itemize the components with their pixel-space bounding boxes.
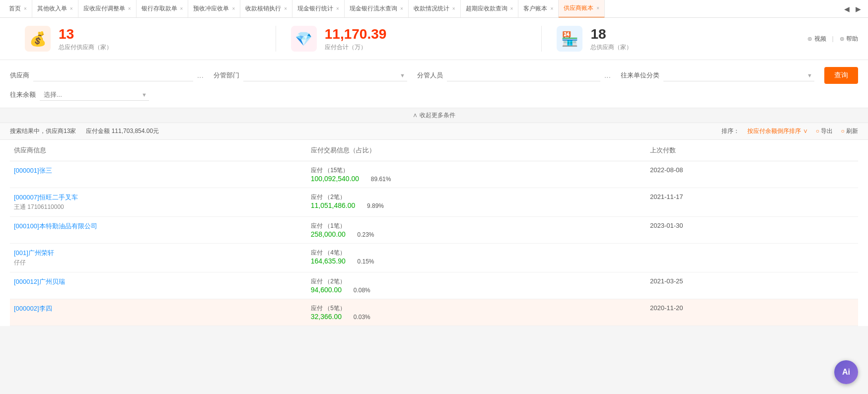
last-pay-cell-row-001 (646, 244, 858, 272)
supplier-link-row-000001[interactable]: [000001]张三 (14, 167, 52, 174)
supplier-sub-info: 仔仔 (14, 259, 303, 267)
last-pay-cell-row-000100: 2023-01-30 (646, 217, 858, 244)
table-row: [000007]恒旺二手叉车王通 17106110000 应付 （2笔） 11,… (10, 188, 858, 217)
amount-value: 258,000.00 (311, 230, 346, 238)
amount-row: 258,000.00 0.23% (311, 230, 642, 238)
supplier-cell-row-000012: [000012]广州贝瑞 (10, 272, 307, 299)
summary-label-total-suppliers: 总供应商（家） (590, 43, 632, 52)
summary-icon-payable-amount: 💎 (291, 26, 317, 52)
category-chevron-icon: ▼ (807, 72, 812, 78)
supplier-link-row-000002[interactable]: [000002]李四 (14, 305, 52, 312)
close-icon[interactable]: × (550, 6, 553, 11)
filter-area: 供应商 ... 分管部门 ▼ 分管人员 ... 往来单位分类 ▼ 查询 往来 (0, 60, 868, 108)
results-supplier-count: 搜索结果中，供应商13家 (10, 127, 76, 135)
nav-tab-ar-ap-adjust[interactable]: 应收应付调整单× (78, 0, 137, 18)
pay-type-label: 应付 （5笔） (311, 304, 642, 313)
refresh-button[interactable]: ○ 刷新 (841, 127, 858, 135)
summary-value-payable-amount: 11,170.39 (325, 26, 387, 42)
nav-tab-customer-ledger[interactable]: 客户账本× (518, 0, 559, 18)
close-icon[interactable]: × (232, 6, 235, 11)
category-select[interactable] (663, 69, 814, 81)
close-icon[interactable]: × (180, 6, 183, 11)
supplier-link-row-000012[interactable]: [000012]广州贝瑞 (14, 278, 65, 285)
amount-row: 94,600.00 0.08% (311, 286, 642, 294)
help-link[interactable]: ⊙ 帮助 (840, 35, 858, 43)
nav-tab-bank-deposit[interactable]: 银行存取款单× (137, 0, 189, 18)
pay-type-label: 应付 （1笔） (311, 222, 642, 230)
nav-tab-label: 现金银行统计 (297, 4, 333, 13)
supplier-table: 供应商信息应付交易信息（占比）上次付数 [000001]张三 应付 （15笔） … (10, 140, 858, 326)
table-header-supplier-info: 供应商信息 (10, 140, 307, 161)
last-pay-cell-row-000001: 2022-08-08 (646, 161, 858, 188)
nav-tab-other-income[interactable]: 其他收入单× (32, 0, 78, 18)
nav-tab-receipts-exec[interactable]: 收款核销执行× (240, 0, 292, 18)
nav-tab-label: 应收应付调整单 (83, 4, 125, 13)
nav-tab-overdue-ar[interactable]: 超期应收款查询× (461, 0, 519, 18)
nav-tab-prepay-ar[interactable]: 预收冲应收单× (188, 0, 240, 18)
query-button[interactable]: 查询 (824, 67, 858, 84)
results-actions: 排序： 按应付余额倒序排序 ∨ ○ 导出 ○ 刷新 (722, 127, 858, 135)
supplier-cell-row-000001: [000001]张三 (10, 161, 307, 188)
dept-select[interactable] (243, 69, 407, 81)
pay-type-label: 应付 （4笔） (311, 249, 642, 257)
close-icon[interactable]: × (128, 6, 131, 11)
summary-info-total-suppliers: 18 总供应商（家） (590, 26, 632, 52)
percent-value: 0.15% (358, 258, 374, 265)
table-row: [000002]李四 应付 （5笔） 32,366.00 0.03% 2020-… (10, 299, 858, 326)
pay-type-label: 应付 （2笔） (311, 277, 642, 286)
supplier-cell-row-000002: [000002]李四 (10, 299, 307, 326)
last-pay-date: 2023-01-30 (650, 222, 683, 229)
category-select-wrapper: ▼ (663, 69, 814, 81)
nav-tab-label: 首页 (9, 4, 21, 13)
sort-selector[interactable]: 按应付余额倒序排序 ∨ (747, 127, 807, 135)
nav-tab-cash-bank-flow[interactable]: 现金银行流水查询× (345, 0, 409, 18)
nav-tab-supplier-ledger[interactable]: 供应商账本× (559, 0, 605, 18)
close-icon[interactable]: × (452, 6, 455, 11)
supplier-cell-row-001: [001]广州荣轩仔仔 (10, 244, 307, 272)
transaction-cell-row-000002: 应付 （5笔） 32,366.00 0.03% (307, 299, 646, 326)
close-icon[interactable]: × (596, 5, 599, 11)
nav-next-arrow[interactable]: ▶ (853, 5, 864, 13)
category-filter: 往来单位分类 ▼ (621, 69, 814, 81)
summary-info-payable-amount: 11,170.39 应付合计（万） (325, 26, 387, 52)
amount-row: 32,366.00 0.03% (311, 313, 642, 321)
percent-value: 9.89% (367, 202, 384, 209)
last-pay-cell-row-000002: 2020-11-20 (646, 299, 858, 326)
close-icon[interactable]: × (284, 6, 287, 11)
percent-value: 0.08% (354, 287, 370, 294)
nav-tab-cash-bank-stat[interactable]: 现金银行统计× (292, 0, 345, 18)
supplier-sub-info: 王通 17106110000 (14, 203, 303, 211)
table-header: 供应商信息应付交易信息（占比）上次付数 (10, 140, 858, 161)
last-pay-cell-row-000012: 2021-03-25 (646, 272, 858, 299)
sort-prefix: 排序： (722, 127, 739, 135)
person-dots[interactable]: ... (604, 71, 611, 80)
nav-tab-label: 其他收入单 (37, 4, 67, 13)
close-icon[interactable]: × (24, 6, 27, 11)
results-amount: 应付金额 111,703,854.00元 (86, 127, 159, 135)
export-button[interactable]: ○ 导出 (816, 127, 833, 135)
dept-label: 分管部门 (214, 71, 239, 80)
close-icon[interactable]: × (336, 6, 339, 11)
collapse-bar[interactable]: ∧ 收起更多条件 (0, 108, 868, 123)
close-icon[interactable]: × (70, 6, 73, 11)
supplier-link-row-001[interactable]: [001]广州荣轩 (14, 249, 54, 257)
close-icon[interactable]: × (510, 6, 513, 11)
person-input[interactable] (447, 69, 600, 81)
supplier-link-row-000007[interactable]: [000007]恒旺二手叉车 (14, 194, 78, 201)
close-icon[interactable]: × (400, 6, 403, 11)
summary-value-total-suppliers: 18 (590, 26, 632, 42)
pay-type-label: 应付 （2笔） (311, 193, 642, 201)
supplier-link-row-000100[interactable]: [000100]本特勤油品有限公司 (14, 222, 97, 230)
transaction-cell-row-000012: 应付 （2笔） 94,600.00 0.08% (307, 272, 646, 299)
main-content: 供应商信息应付交易信息（占比）上次付数 [000001]张三 应付 （15笔） … (0, 140, 868, 326)
balance-select[interactable] (40, 89, 149, 100)
nav-prev-arrow[interactable]: ◀ (841, 5, 853, 13)
balance-label: 往来余额 (10, 90, 36, 99)
nav-tab-receipts-stat[interactable]: 收款情况统计× (409, 0, 461, 18)
nav-tab-label: 收款核销执行 (245, 4, 281, 13)
nav-tab-home[interactable]: 首页× (4, 0, 32, 18)
supplier-input[interactable] (33, 69, 193, 81)
last-pay-cell-row-000007: 2021-11-17 (646, 188, 858, 217)
video-link[interactable]: ⊙ 视频 (807, 35, 826, 43)
supplier-dots[interactable]: ... (197, 71, 204, 80)
